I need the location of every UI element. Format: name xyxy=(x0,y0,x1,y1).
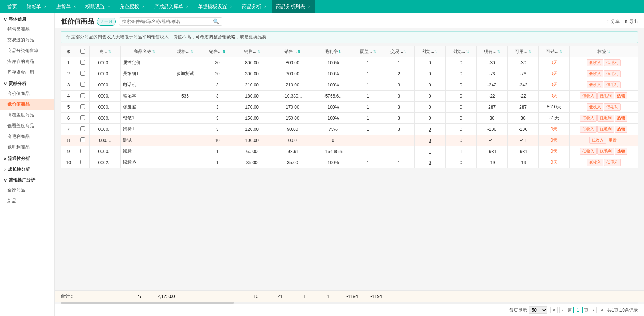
nav-analysis[interactable]: 商品分析 × xyxy=(238,0,271,13)
sidebar-section-overall[interactable]: ∨ 整体信息 xyxy=(0,13,54,24)
row-checkbox[interactable] xyxy=(80,60,85,65)
sidebar-item-new-goods[interactable]: 新品 xyxy=(0,196,54,206)
nav-roles[interactable]: 角色授权 × xyxy=(115,0,149,13)
sidebar-item-category-sales[interactable]: 商品分类销售率 xyxy=(0,45,54,56)
row-tags: 低收入低毛利热销 xyxy=(570,113,638,124)
search-icon[interactable]: 🔍 xyxy=(213,18,219,24)
th-settings[interactable]: ⚙ xyxy=(61,46,76,57)
sidebar-item-low-margin[interactable]: 低毛利商品 xyxy=(0,142,54,153)
sidebar-item-sales-goods[interactable]: 销售类商品 xyxy=(0,24,54,35)
sidebar-section-contribution[interactable]: ∨ 贡献分析 xyxy=(0,78,54,88)
row-view1[interactable]: 0 xyxy=(414,135,445,146)
nav-purchase[interactable]: 进货单 × xyxy=(52,0,81,13)
row-view1[interactable]: 0 xyxy=(414,102,445,113)
sidebar-item-all-goods[interactable]: 全部商品 xyxy=(0,185,54,196)
nav-permissions[interactable]: 权限设置 × xyxy=(81,0,115,13)
row-checkbox-cell[interactable] xyxy=(76,146,90,157)
settings-icon[interactable]: ⚙ xyxy=(67,49,71,54)
th-sales1[interactable]: 销售...⇅ xyxy=(202,46,233,57)
th-stock1[interactable]: 现有...⇅ xyxy=(476,46,507,57)
row-s3: -10,380... xyxy=(271,91,314,102)
row-checkbox[interactable] xyxy=(80,71,85,76)
row-checkbox[interactable] xyxy=(80,104,85,109)
last-page-button[interactable]: » xyxy=(598,307,606,313)
sidebar-item-high-coverage[interactable]: 高覆盖度商品 xyxy=(0,110,54,120)
nav-template[interactable]: 单据模板设置 × xyxy=(194,0,237,13)
row-checkbox[interactable] xyxy=(80,137,85,142)
sidebar-section-growth[interactable]: > 成长性分析 xyxy=(0,163,54,174)
close-permissions-icon[interactable]: × xyxy=(108,4,110,9)
select-all-checkbox[interactable] xyxy=(80,49,85,54)
th-name[interactable]: 商品名称⇅ xyxy=(121,46,168,57)
close-purchase-icon[interactable]: × xyxy=(73,4,76,9)
row-view1[interactable]: 0 xyxy=(414,79,445,91)
sidebar-item-high-value[interactable]: 高价值商品 xyxy=(0,88,54,99)
row-stock1: 36 xyxy=(476,113,507,124)
search-input[interactable] xyxy=(122,19,211,24)
sidebar-item-traded-goods[interactable]: 交易过的商品 xyxy=(0,35,54,45)
row-view1[interactable]: 0 xyxy=(414,113,445,124)
prev-page-button[interactable]: ‹ xyxy=(559,307,566,313)
nav-sales[interactable]: 销货单 × xyxy=(22,0,51,13)
close-template-icon[interactable]: × xyxy=(230,4,232,9)
close-analysis-icon[interactable]: × xyxy=(264,4,266,9)
row-checkbox-cell[interactable] xyxy=(76,91,90,102)
row-checkbox[interactable] xyxy=(80,126,85,131)
row-view1[interactable]: 0 xyxy=(414,68,445,79)
row-checkbox[interactable] xyxy=(80,160,85,164)
th-margin[interactable]: 毛利率⇅ xyxy=(314,46,352,57)
th-spec[interactable]: 规格...⇅ xyxy=(168,46,202,57)
close-product-in-icon[interactable]: × xyxy=(186,4,188,9)
first-page-button[interactable]: « xyxy=(550,307,558,313)
next-page-button[interactable]: › xyxy=(590,307,597,313)
export-button[interactable]: ⬆ 导出 xyxy=(624,18,638,25)
th-stock2[interactable]: 可用...⇅ xyxy=(507,46,539,57)
per-page-select[interactable]: 50 100 200 xyxy=(529,306,547,314)
row-checkbox-cell[interactable] xyxy=(76,79,90,91)
row-checkbox[interactable] xyxy=(80,149,85,153)
time-badge[interactable]: 近一月 xyxy=(97,18,116,26)
th-sellable[interactable]: 可销...⇅ xyxy=(539,46,570,57)
sidebar-item-slow-stock[interactable]: 滞库存的商品 xyxy=(0,56,54,67)
sidebar-item-low-coverage[interactable]: 低覆盖度商品 xyxy=(0,120,54,131)
row-view1[interactable]: 0 xyxy=(414,157,445,168)
row-checkbox[interactable] xyxy=(80,115,85,120)
row-view1[interactable]: 0 xyxy=(414,91,445,102)
nav-product-in[interactable]: 产成品入库单 × xyxy=(150,0,193,13)
th-trade[interactable]: 交易...⇅ xyxy=(383,46,415,57)
th-view1[interactable]: 浏览...⇅ xyxy=(414,46,445,57)
nav-analysis-list[interactable]: 商品分析列表 × xyxy=(272,0,315,13)
row-view1[interactable]: 1 xyxy=(414,146,445,157)
th-checkbox[interactable] xyxy=(76,46,90,57)
row-checkbox-cell[interactable] xyxy=(76,135,90,146)
share-button[interactable]: ⤴ 分享 xyxy=(607,18,620,25)
th-tags[interactable]: 标签⇅ xyxy=(570,46,638,57)
sidebar-item-high-margin[interactable]: 高毛利商品 xyxy=(0,131,54,142)
row-checkbox-cell[interactable] xyxy=(76,157,90,168)
row-view1[interactable]: 0 xyxy=(414,57,445,68)
th-sales3[interactable]: 销售...⇅ xyxy=(271,46,314,57)
sidebar-item-stock-capital[interactable]: 库存资金占用 xyxy=(0,67,54,78)
row-checkbox[interactable] xyxy=(80,93,85,98)
row-view1[interactable]: 0 xyxy=(414,124,445,135)
row-checkbox-cell[interactable] xyxy=(76,124,90,135)
sidebar-section-marketing[interactable]: ∨ 营销推广分析 xyxy=(0,174,54,185)
close-analysis-list-icon[interactable]: × xyxy=(308,4,311,9)
search-box[interactable]: 🔍 xyxy=(119,17,222,26)
sidebar-item-low-value[interactable]: 低价值商品 xyxy=(0,99,54,110)
row-stock1: -981 xyxy=(476,146,507,157)
th-view2[interactable]: 浏览...⇅ xyxy=(445,46,476,57)
close-sales-icon[interactable]: × xyxy=(44,4,47,9)
row-checkbox-cell[interactable] xyxy=(76,102,90,113)
row-checkbox[interactable] xyxy=(80,82,85,87)
close-roles-icon[interactable]: × xyxy=(142,4,145,9)
row-checkbox-cell[interactable] xyxy=(76,57,90,68)
th-coverage[interactable]: 覆盖...⇅ xyxy=(352,46,383,57)
th-sales2[interactable]: 销售...⇅ xyxy=(233,46,271,57)
nav-home[interactable]: 首页 xyxy=(3,0,21,13)
sidebar-section-flow[interactable]: > 流通性分析 xyxy=(0,153,54,163)
th-code[interactable]: 商...⇅ xyxy=(90,46,121,57)
row-checkbox-cell[interactable] xyxy=(76,113,90,124)
row-checkbox-cell[interactable] xyxy=(76,68,90,79)
current-page[interactable]: 1 xyxy=(573,307,583,313)
